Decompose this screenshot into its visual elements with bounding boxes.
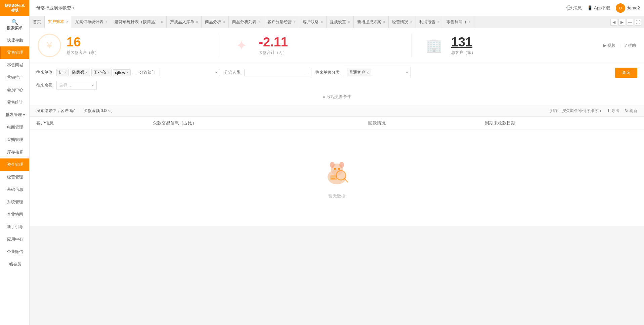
filter-more-btn[interactable]: ... — [132, 70, 135, 75]
tab-operation-situation-close[interactable]: × — [410, 20, 412, 24]
dept-label: 分管部门 — [139, 70, 156, 75]
avatar: D — [616, 3, 625, 13]
tab-customers[interactable]: 客户账本 × — [45, 16, 72, 28]
sidebar-item-retail-mall[interactable]: 零售商城 — [0, 59, 29, 71]
topbar-left: 母婴行业演示帐套 ▾ — [34, 5, 566, 11]
sidebar-item-marketing[interactable]: 营销推广 — [0, 71, 29, 84]
tab-goods-analysis[interactable]: 商品分析 × — [202, 16, 229, 28]
tab-scroll-right[interactable]: ▶ — [618, 19, 625, 26]
sidebar-item-operation-mgmt[interactable]: 经营管理 — [0, 171, 29, 183]
filter-tag-cjttcw-close[interactable]: × — [127, 71, 129, 74]
balance-placeholder: 选择... — [59, 82, 71, 88]
filter-tag-wang-close[interactable]: × — [107, 71, 109, 74]
sidebar-item-retail-mgmt[interactable]: 零售管理 — [0, 46, 29, 59]
tab-purchase-order-stats-close[interactable]: × — [105, 20, 108, 24]
tab-scroll-left[interactable]: ◀ — [610, 19, 617, 26]
sidebar-item-retail-stats[interactable]: 零售统计 — [0, 96, 29, 109]
tab-purchase-order-stats[interactable]: 采购订单统计表 × — [72, 16, 111, 28]
tab-customer-segment-close[interactable]: × — [294, 20, 296, 24]
filter-tag-chen-close[interactable]: × — [86, 71, 88, 74]
unit-classify-select[interactable]: 普通客户 × ▾ — [344, 67, 411, 78]
tab-new-promote-plan[interactable]: 新增提成方案 × — [354, 16, 389, 28]
sort-dropdown-icon: ▾ — [600, 109, 601, 113]
sidebar-item-app-center[interactable]: 应用中心 — [0, 233, 29, 246]
sidebar-enterprise-agreement-label: 企业协同 — [2, 212, 28, 217]
query-button[interactable]: 查询 — [615, 68, 637, 78]
classify-tag: 普通客户 × — [347, 69, 371, 76]
sidebar-item-purchase-mgmt[interactable]: 采购管理 — [0, 134, 29, 146]
balance-select[interactable]: 选择... ▾ — [56, 81, 97, 90]
tab-production-instock-close[interactable]: × — [196, 20, 198, 24]
sidebar-item-wholesale-mgmt[interactable]: 批发管理 ▾ — [0, 109, 29, 121]
tab-operation-situation[interactable]: 经营情况 × — [389, 16, 416, 28]
col-customer-info: 客户信息 — [30, 117, 146, 130]
suite-dropdown[interactable]: 母婴行业演示帐套 ▾ — [34, 5, 77, 11]
tab-instock-stats[interactable]: 进货单统计表（按商品） × — [111, 16, 167, 28]
refresh-btn[interactable]: ↻ 刷新 — [625, 108, 637, 114]
app-download-btn[interactable]: 📱 App下载 — [587, 5, 610, 11]
sidebar-item-member-center[interactable]: 会员中心 — [0, 84, 29, 96]
app-logo: 畅捷通好生意 标版 — [0, 0, 29, 16]
help-btn[interactable]: ? 帮助 — [625, 43, 636, 48]
sidebar-item-search[interactable]: 🔍 搜索菜单 — [0, 16, 29, 34]
sidebar-item-basic-info[interactable]: 基础信息 — [0, 183, 29, 196]
table-header-row: 客户信息 欠款交易信息（占比） 回款情况 到期未收款日期 — [30, 117, 644, 130]
tab-goods-analysis-close[interactable]: × — [223, 20, 225, 24]
user-profile[interactable]: D demo2 — [616, 3, 640, 13]
sort-select[interactable]: 排序：按欠款金额倒序排序 ▾ — [550, 108, 601, 114]
export-btn[interactable]: ⬆ 导出 — [607, 108, 619, 114]
collapse-btn[interactable]: ∧ 收起更多条件 — [36, 93, 637, 101]
tab-production-instock[interactable]: 产成品入库单 × — [167, 16, 202, 28]
tab-customer-segment[interactable]: 客户分层经营 × — [264, 16, 299, 28]
tab-instock-stats-close[interactable]: × — [161, 20, 163, 24]
tab-home[interactable]: 首页 — [30, 16, 45, 28]
sidebar-marketing-label: 营销推广 — [2, 75, 28, 80]
result-divider: | — [79, 108, 80, 113]
suite-dropdown-icon: ▾ — [73, 6, 74, 10]
tab-profit-report-close[interactable]: × — [437, 20, 439, 24]
person-select[interactable]: ··· — [244, 69, 311, 76]
dept-select[interactable]: ▾ — [160, 69, 220, 76]
sort-label: 排序：按欠款金额倒序排序 — [550, 108, 598, 114]
tab-promote-settings-label: 提成设置 — [330, 19, 346, 25]
messages-btn[interactable]: 💬 消息 — [566, 5, 582, 11]
tab-minimize[interactable]: — — [627, 19, 633, 26]
sidebar-item-inventory-check[interactable]: 库存核算 — [0, 146, 29, 158]
data-table: 客户信息 欠款交易信息（占比） 回款情况 到期未收款日期 — [30, 117, 644, 226]
sidebar-item-enjoy-member[interactable]: 畅会员 — [0, 258, 29, 270]
sidebar-item-system-mgmt[interactable]: 系统管理 — [0, 196, 29, 208]
sidebar-item-ecommerce-mgmt[interactable]: 电商管理 — [0, 121, 29, 134]
tab-customer-contact-close[interactable]: × — [321, 20, 323, 24]
video-label: 视频 — [607, 43, 615, 48]
stats-section: ¥ 16 总欠款客户（家） ✦ -2.11 欠款合计（万） 🏢 — [30, 28, 644, 63]
export-label: 导出 — [611, 108, 619, 113]
avatar-initial: D — [619, 6, 622, 10]
sidebar-item-enterprise-wechat[interactable]: 企业微信 — [0, 246, 29, 258]
svg-point-2 — [334, 168, 336, 170]
video-btn[interactable]: ▶ 视频 — [603, 43, 615, 48]
sidebar-item-quick-nav[interactable]: 快捷导航 — [0, 34, 29, 46]
tab-retail-profit-close[interactable]: × — [469, 20, 471, 24]
balance-dropdown-icon: ▾ — [92, 83, 94, 87]
tab-profit-report[interactable]: 利润报告 × — [416, 16, 443, 28]
tab-promote-settings[interactable]: 提成设置 × — [327, 16, 354, 28]
tab-goods-analysis-list[interactable]: 商品分析列表 × — [229, 16, 264, 28]
filter-tag-wu-close[interactable]: × — [64, 71, 66, 74]
sidebar-item-capital-mgmt[interactable]: 资金管理 — [0, 158, 29, 171]
tab-promote-settings-close[interactable]: × — [348, 20, 350, 24]
col-overdue-date: 到期未收款日期 — [478, 117, 644, 130]
tab-customer-contact[interactable]: 客户联络 × — [299, 16, 327, 28]
tab-customers-close[interactable]: × — [66, 20, 68, 24]
sidebar-app-center-label: 应用中心 — [2, 237, 28, 242]
tab-retail-profit[interactable]: 零售利润（ × — [443, 16, 474, 28]
svg-rect-8 — [330, 175, 337, 180]
sidebar-item-enterprise-agreement[interactable]: 企业协同 — [0, 208, 29, 221]
empty-state-cell: 暂无数据 — [30, 130, 644, 226]
tab-goods-analysis-list-close[interactable]: × — [258, 20, 260, 24]
classify-tag-close[interactable]: × — [367, 70, 369, 75]
tab-maximize[interactable]: ⛶ — [635, 19, 641, 26]
refresh-label: 刷新 — [629, 108, 637, 113]
empty-state-text: 暂无数据 — [328, 193, 346, 199]
tab-new-promote-plan-close[interactable]: × — [383, 20, 385, 24]
sidebar-item-beginner-guide[interactable]: 新手引导 — [0, 221, 29, 233]
